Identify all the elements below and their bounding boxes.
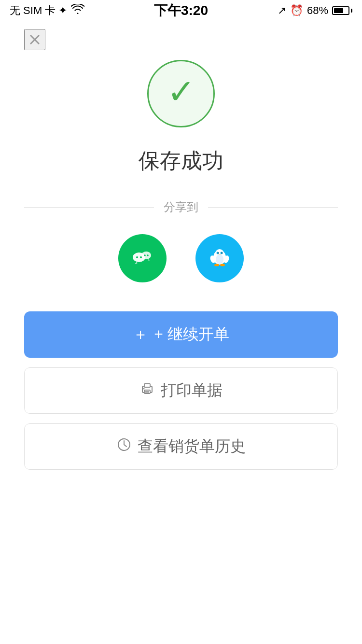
checkmark-icon: ✓ <box>167 75 195 109</box>
plus-icon: ＋ <box>133 324 148 345</box>
share-wechat-button[interactable] <box>118 234 167 282</box>
printer-icon <box>139 381 155 400</box>
divider-right <box>208 207 338 208</box>
main-content: ✓ 保存成功 分享到 <box>0 21 362 470</box>
print-label: 打印单据 <box>161 380 223 401</box>
svg-point-12 <box>218 252 219 253</box>
svg-point-3 <box>141 252 151 259</box>
battery-icon <box>332 6 352 15</box>
status-time: 下午3:20 <box>154 1 208 20</box>
status-bar: 无 SIM 卡 ✦ 下午3:20 ↗ ⏰ 68% <box>0 0 362 21</box>
svg-point-19 <box>216 254 223 264</box>
battery-percent: 68% <box>307 4 328 17</box>
alarm-icon: ⏰ <box>290 4 303 17</box>
svg-line-28 <box>124 445 126 447</box>
svg-point-13 <box>222 252 223 253</box>
close-button[interactable] <box>24 29 45 50</box>
share-divider: 分享到 <box>24 199 338 215</box>
svg-point-4 <box>136 256 138 258</box>
action-buttons: ＋ + 继续开单 打印单据 <box>0 311 362 470</box>
svg-point-16 <box>220 264 225 266</box>
print-button[interactable]: 打印单据 <box>24 367 338 414</box>
svg-point-5 <box>140 256 142 258</box>
location-icon: ↗ <box>278 4 286 17</box>
continue-order-label: + 继续开单 <box>154 324 229 345</box>
share-qq-button[interactable] <box>195 234 244 282</box>
svg-rect-21 <box>144 384 150 387</box>
status-left: 无 SIM 卡 ✦ <box>10 3 84 18</box>
share-icons-row <box>24 234 338 282</box>
clock-icon <box>116 437 132 456</box>
wifi-icon <box>71 4 84 17</box>
svg-point-6 <box>144 254 146 256</box>
status-right: ↗ ⏰ 68% <box>278 4 352 17</box>
success-title: 保存成功 <box>139 147 223 175</box>
success-icon-circle: ✓ <box>147 60 215 127</box>
svg-point-7 <box>147 254 149 256</box>
divider-left <box>24 207 154 208</box>
share-section: 分享到 <box>0 199 362 311</box>
history-button[interactable]: 查看销货单历史 <box>24 423 338 470</box>
continue-order-button[interactable]: ＋ + 继续开单 <box>24 311 338 358</box>
no-sim-text: 无 SIM 卡 ✦ <box>10 3 67 18</box>
svg-point-15 <box>214 264 219 266</box>
history-label: 查看销货单历史 <box>138 436 246 457</box>
share-label: 分享到 <box>164 199 198 215</box>
svg-point-25 <box>143 388 145 390</box>
